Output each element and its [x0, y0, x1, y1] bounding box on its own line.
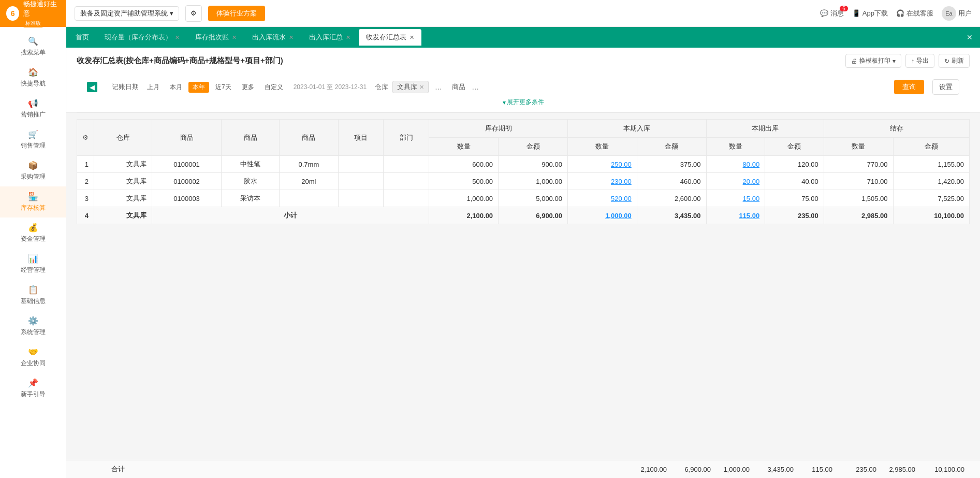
logo-title: 畅捷通好生意 — [23, 0, 60, 18]
export-button[interactable]: ↑ 导出 — [905, 54, 934, 68]
refresh-button[interactable]: ↻ 刷新 — [939, 54, 970, 68]
row-in-qty-0[interactable]: 250.00 — [567, 156, 637, 173]
row-dept-2 — [384, 190, 429, 207]
table-settings-header: ⚙ — [77, 120, 94, 156]
row-out-qty-2[interactable]: 15.00 — [706, 190, 765, 207]
tab-close-inout-summary[interactable]: ✕ — [346, 34, 350, 41]
template-print-button[interactable]: 🖨 换模板打印 ▾ — [845, 54, 901, 68]
col-header-dept: 部门 — [384, 120, 429, 156]
date-btn-更多[interactable]: 更多 — [238, 82, 258, 93]
settings-gear-button[interactable]: ⚙ — [185, 5, 202, 22]
refresh-label: 刷新 — [952, 56, 964, 65]
sidebar-item-enterprise[interactable]: 🤝企业协同 — [0, 342, 66, 373]
tab-close-inout-flow[interactable]: ✕ — [289, 34, 294, 41]
template-print-label: 换模板打印 — [859, 56, 890, 65]
total-out-amt: 235.00 — [838, 466, 882, 473]
app-download-button[interactable]: 📱 App下载 — [852, 9, 888, 18]
row-opening-amt-2: 5,000.00 — [499, 190, 568, 207]
row-out-qty-1[interactable]: 20.00 — [706, 173, 765, 190]
date-btn-上月[interactable]: 上月 — [143, 82, 164, 93]
filter-settings-button[interactable]: 设置 — [932, 79, 959, 95]
tab-batch[interactable]: 库存批次账✕ — [188, 29, 244, 46]
query-button[interactable]: 查询 — [894, 80, 924, 94]
date-btn-本月[interactable]: 本月 — [166, 82, 186, 93]
sidebar-item-system[interactable]: ⚙️系统管理 — [0, 311, 66, 342]
sidebar-item-basic[interactable]: 📋基础信息 — [0, 280, 66, 311]
subtotal-in-qty[interactable]: 1,000.00 — [567, 207, 637, 224]
tab-inout-flow[interactable]: 出入库流水✕ — [245, 29, 301, 46]
row-num-1: 2 — [77, 173, 94, 190]
sidebar-item-label-quicknav: 快捷导航 — [21, 79, 46, 88]
sidebar-item-operations[interactable]: 📊经营管理 — [0, 249, 66, 280]
col-header-out: 本期出库 — [706, 120, 824, 138]
sidebar-item-guide[interactable]: 📌新手引导 — [0, 373, 66, 404]
row-opening-qty-0: 600.00 — [429, 156, 499, 173]
row-warehouse-0: 文具库 — [94, 156, 152, 173]
col-header-in: 本期入库 — [567, 120, 706, 138]
row-in-qty-1[interactable]: 230.00 — [567, 173, 637, 190]
tab-inout-summary[interactable]: 出入库汇总✕ — [302, 29, 358, 46]
page-title-actions: 🖨 换模板打印 ▾ ↑ 导出 ↻ 刷新 — [845, 54, 970, 68]
sidebar-item-label-enterprise: 企业协同 — [21, 359, 46, 368]
tab-label-inout-flow: 出入库流水 — [252, 33, 286, 42]
page-header: 收发存汇总表(按仓库+商品编码+商品+规格型号+项目+部门) 🖨 换模板打印 ▾… — [66, 48, 980, 113]
online-service-button[interactable]: 🎧 在线客服 — [896, 9, 933, 18]
content-area: 收发存汇总表(按仓库+商品编码+商品+规格型号+项目+部门) 🖨 换模板打印 ▾… — [66, 48, 980, 478]
filter-bar: ◀ 记账日期 上月本月本年近7天更多自定义 2023-01-01 至 2023-… — [77, 74, 970, 112]
row-in-amt-0: 375.00 — [637, 156, 706, 173]
row-in-qty-2[interactable]: 520.00 — [567, 190, 637, 207]
date-btn-自定义[interactable]: 自定义 — [260, 82, 287, 93]
row-spec-1: 20ml — [280, 173, 339, 190]
guide-icon: 📌 — [28, 378, 38, 388]
sidebar-item-search[interactable]: 🔍搜索菜单 — [0, 31, 66, 62]
tab-label-stock-dist: 现存量（库存分布表） — [105, 33, 172, 42]
sidebar-item-marketing[interactable]: 📢营销推广 — [0, 93, 66, 124]
warehouse-remove-icon[interactable]: ✕ — [419, 84, 424, 91]
goods-ellipsis-button[interactable]: ... — [470, 82, 480, 92]
subtotal-num: 4 — [77, 207, 94, 224]
gear-icon[interactable]: ⚙ — [82, 134, 89, 141]
row-out-qty-0[interactable]: 80.00 — [706, 156, 765, 173]
warehouse-ellipsis-button[interactable]: ... — [433, 82, 444, 92]
row-opening-qty-2: 1,000.00 — [429, 190, 499, 207]
tab-home[interactable]: 首页 — [68, 29, 96, 46]
warehouse-tag[interactable]: 文具库 ✕ — [392, 81, 429, 93]
tab-close-batch[interactable]: ✕ — [232, 34, 237, 41]
row-opening-amt-1: 1,000.00 — [499, 173, 568, 190]
goods-filter-label: 商品 — [452, 82, 465, 92]
sales-icon: 🛒 — [28, 129, 38, 139]
close-all-tabs-button[interactable]: ✕ — [961, 33, 978, 41]
subtotal-out-qty[interactable]: 115.00 — [706, 207, 765, 224]
tab-close-recv-send[interactable]: ✕ — [409, 34, 414, 41]
row-num-2: 3 — [77, 190, 94, 207]
expand-more-button[interactable]: ▾ 展开更多条件 — [503, 98, 544, 107]
sidebar-item-purchase[interactable]: 📦采购管理 — [0, 155, 66, 186]
sidebar-item-label-sales: 销售管理 — [21, 141, 46, 150]
tab-close-stock-dist[interactable]: ✕ — [175, 34, 180, 41]
sidebar-item-label-basic: 基础信息 — [21, 297, 46, 306]
tab-stock-dist[interactable]: 现存量（库存分布表）✕ — [97, 29, 187, 46]
subtotal-label: 小计 — [152, 207, 429, 224]
col-header-balance-qty: 数量 — [824, 138, 893, 156]
sidebar-item-sales[interactable]: 🛒销售管理 — [0, 124, 66, 155]
total-balance-qty: 2,985.00 — [882, 466, 920, 473]
tab-recv-send[interactable]: 收发存汇总表✕ — [359, 29, 421, 46]
col-header-opening-qty: 数量 — [429, 138, 499, 156]
row-project-0 — [338, 156, 384, 173]
total-in-amt: 3,435.00 — [755, 466, 799, 473]
table-area: ⚙ 仓库 商品 商品 商品 项目 部门 库存期初 本期入库 本期出库 结存 数量 — [66, 113, 980, 460]
messages-button[interactable]: 💬 消息 6 — [820, 9, 844, 18]
collapse-button[interactable]: ◀ — [87, 82, 97, 92]
sidebar-item-inventory[interactable]: 🏪库存核算 — [0, 186, 66, 218]
dropdown-arrow-icon: ▾ — [170, 9, 173, 17]
try-industry-button[interactable]: 体验行业方案 — [208, 6, 265, 21]
date-btn-近7天[interactable]: 近7天 — [211, 82, 236, 93]
system-title-dropdown[interactable]: 装备及固定资产辅助管理系统 ▾ — [75, 6, 179, 21]
subtotal-opening-amt: 6,900.00 — [499, 207, 568, 224]
sidebar-item-finance[interactable]: 💰资金管理 — [0, 218, 66, 249]
user-menu-button[interactable]: Ea 用户 — [942, 6, 972, 21]
sidebar-item-quicknav[interactable]: 🏠快捷导航 — [0, 62, 66, 93]
sidebar: 6 畅捷通好生意 标准版 🔍搜索菜单🏠快捷导航📢营销推广🛒销售管理📦采购管理🏪库… — [0, 0, 66, 478]
col-header-goods-name: 商品 — [221, 120, 279, 156]
date-btn-本年[interactable]: 本年 — [188, 82, 209, 93]
